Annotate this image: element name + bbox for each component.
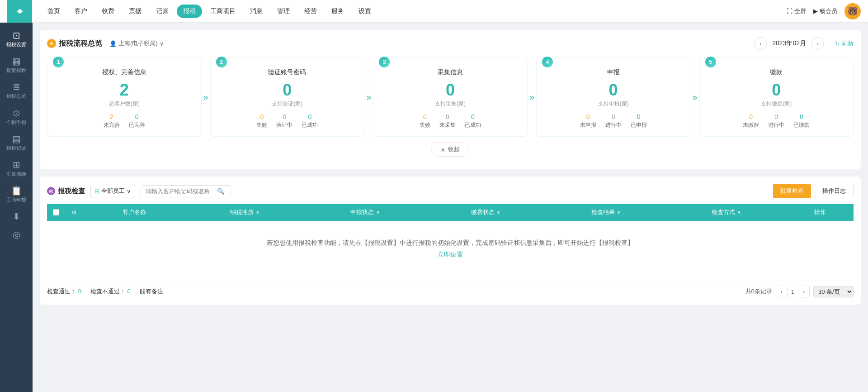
nav-tax[interactable]: 报税 — [177, 5, 202, 18]
stat-label-2-2: 已成功 — [302, 121, 318, 129]
prev-page-btn[interactable]: ‹ — [776, 286, 788, 297]
total-records: 共0条记录 — [745, 287, 772, 296]
step-stat-3-0: 0 失败 — [420, 113, 430, 129]
sidebar-label-batch-tax: 批量报税 — [6, 67, 26, 73]
filter-icon-4[interactable]: ▼ — [617, 210, 621, 215]
select-all-checkbox[interactable] — [53, 209, 59, 215]
nav-service[interactable]: 服务 — [325, 5, 350, 18]
nav-accounting[interactable]: 记账 — [150, 5, 175, 18]
stat-num-3-1: 0 — [446, 113, 449, 120]
nav-menu: 首页 客户 收费 票据 记账 报税 工商项目 消息 管理 经营 服务 设置 — [41, 5, 787, 18]
step-count-1: 2 — [53, 82, 196, 98]
batch-check-btn[interactable]: 批量检查 — [773, 184, 811, 198]
stat-num-2-1: 0 — [283, 113, 286, 120]
fullscreen-btn[interactable]: ⛶ 全屏 — [787, 7, 806, 15]
nav-home[interactable]: 首页 — [41, 5, 66, 18]
employee-select[interactable]: ⊞ 全部员工 ∨ — [90, 185, 135, 197]
sidebar-label-individual-tax: 个税申报 — [6, 120, 26, 125]
step-num-1: 1 — [53, 57, 64, 67]
stat-num-3-2: 0 — [471, 113, 475, 120]
step-num-3: 3 — [379, 57, 390, 67]
step-sub-3: 支持采集(家) — [379, 100, 522, 108]
nav-customer[interactable]: 客户 — [68, 5, 94, 18]
sidebar-item-tax-records[interactable]: ▤ 报税记录 — [0, 130, 33, 156]
empty-tip: 若您想使用报税检查功能，请先在【报税设置】中进行报税的初始化设置，完成密码验证和… — [47, 221, 854, 277]
search-input[interactable] — [141, 186, 213, 197]
sidebar-label-annual-report: 工商年报 — [6, 197, 26, 203]
download-icon: ⬇ — [13, 212, 20, 221]
search-box: 🔍 — [141, 185, 231, 197]
member-btn[interactable]: ▶ 畅会员 — [813, 7, 837, 15]
step-arrow-3: » — [528, 57, 536, 137]
settings-icon[interactable]: ⚙ — [71, 209, 77, 216]
tax-check-card: ◎ 报税检查 ⊞ 全部员工 ∨ 🔍 批量检查 操作日志 — [40, 177, 861, 305]
stat-num-3-0: 0 — [423, 113, 427, 120]
avatar[interactable]: 🐻 — [844, 3, 861, 19]
header-right-actions: 批量检查 操作日志 — [773, 184, 854, 198]
plus-icon: + — [47, 39, 56, 48]
step-stats-1: 2 未完善 0 已完善 — [53, 113, 196, 129]
select-dropdown-icon: ∨ — [127, 188, 131, 195]
nav-business[interactable]: 工商项目 — [204, 5, 242, 18]
step-sub-1: 总客户数(家) — [53, 100, 196, 108]
location-icon: 👤 — [109, 40, 117, 47]
step-count-5: 0 — [705, 82, 848, 98]
app-logo — [7, 0, 32, 23]
location-badge[interactable]: 👤 上海(电子税局) ∨ — [109, 39, 164, 48]
check-table: ⚙ 客户名称 纳税性质▼ 申报状态▼ 缴费状态▼ — [47, 204, 854, 221]
nav-operations[interactable]: 经营 — [298, 5, 323, 18]
next-month-btn[interactable]: › — [811, 37, 824, 50]
sidebar-item-annual-report[interactable]: 📋 工商年报 — [0, 182, 33, 207]
step-stat-5-0: 0 未缴款 — [743, 113, 759, 129]
stat-label-1-0: 未完善 — [104, 121, 120, 129]
refresh-btn[interactable]: ↻ 刷新 — [835, 39, 854, 48]
step-count-3: 0 — [379, 82, 522, 98]
filter-icon-3[interactable]: ▼ — [496, 210, 501, 215]
fail-count-link[interactable]: 0 — [127, 288, 130, 295]
settings2-icon: ◎ — [13, 230, 20, 239]
stat-num-1-0: 2 — [110, 113, 113, 120]
filter-icon-2[interactable]: ▼ — [376, 210, 380, 215]
setup-link[interactable]: 立即设置 — [56, 251, 844, 259]
sidebar-item-settings2[interactable]: ◎ — [0, 225, 33, 244]
svg-point-1 — [18, 10, 21, 12]
next-page-btn[interactable]: › — [798, 286, 810, 297]
tax-overview-icon: ≣ — [13, 82, 20, 91]
batch-tax-icon: ▦ — [12, 57, 21, 66]
flow-overview-card: + 报税流程总览 👤 上海(电子税局) ∨ ‹ 2023年02月 › ↻ 刷新 — [40, 30, 861, 169]
th-checkbox — [47, 204, 65, 221]
nav-fee[interactable]: 收费 — [95, 5, 121, 18]
nav-messages[interactable]: 消息 — [244, 5, 269, 18]
pass-count-link[interactable]: 0 — [78, 288, 81, 295]
operation-log-btn[interactable]: 操作日志 — [815, 184, 854, 198]
sidebar-item-batch-tax[interactable]: ▦ 批量报税 — [0, 52, 33, 78]
stat-label-4-2: 已申报 — [631, 121, 647, 129]
prev-month-btn[interactable]: ‹ — [754, 37, 767, 50]
sidebar-item-download[interactable]: ⬇ — [0, 207, 33, 225]
stat-num-5-2: 0 — [800, 113, 803, 120]
flow-title: + 报税流程总览 — [47, 39, 102, 48]
sidebar-item-annual-settlement[interactable]: ⊞ 汇算清缴 — [0, 156, 33, 182]
step-title-2: 验证账号密码 — [216, 68, 359, 76]
employee-icon: ⊞ — [94, 188, 99, 195]
per-page-select[interactable]: 30 条/页 50 条/页 100 条/页 — [813, 286, 854, 297]
filter-icon-1[interactable]: ▼ — [255, 210, 260, 215]
sidebar-item-individual-tax[interactable]: ⊙ 个税申报 — [0, 104, 33, 130]
search-button[interactable]: 🔍 — [213, 186, 228, 197]
footer-has-note: 囧有备注 — [140, 287, 163, 296]
filter-icon-5[interactable]: ▼ — [737, 210, 741, 215]
nav-settings[interactable]: 设置 — [352, 5, 377, 18]
individual-tax-icon: ⊙ — [13, 109, 20, 118]
collapse-icon: ∧ — [441, 146, 445, 153]
check-header: ◎ 报税检查 ⊞ 全部员工 ∨ 🔍 批量检查 操作日志 — [47, 184, 854, 198]
sidebar-item-tax-overview[interactable]: ≣ 报税总览 — [0, 78, 33, 104]
sidebar-label-annual-settlement: 汇算清缴 — [6, 171, 26, 177]
sidebar-item-tax-settings[interactable]: ⊡ 报税设置 — [0, 26, 33, 52]
th-check-method: 检查方式▼ — [666, 204, 787, 221]
collapse-btn[interactable]: ∧ 收起 — [431, 142, 469, 157]
th-declaration-status: 申报状态▼ — [305, 204, 425, 221]
nav-management[interactable]: 管理 — [271, 5, 296, 18]
step-stat-4-1: 0 进行中 — [605, 113, 622, 129]
top-navigation: 首页 客户 收费 票据 记账 报税 工商项目 消息 管理 经营 服务 设置 ⛶ … — [0, 0, 868, 23]
nav-invoice[interactable]: 票据 — [123, 5, 148, 18]
